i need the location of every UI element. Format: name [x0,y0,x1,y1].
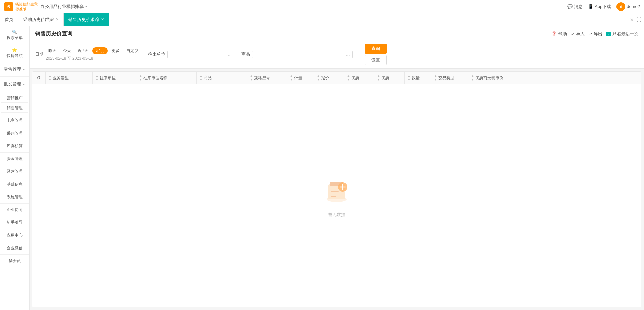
sort-notax-icon: ▲▼ [471,74,474,81]
sort-spec-icon: ▲▼ [250,74,253,81]
tab-bar: 首页 采购历史价跟踪 ✕ 销售历史价跟踪 ✕ ✕ ⛶ [0,13,644,26]
sidebar-item-enterprise-wechat[interactable]: 企业微信 [0,242,29,255]
tab-close-all-icon[interactable]: ✕ [630,17,634,22]
date-btn-1month[interactable]: 近1月 [92,47,108,54]
table-body-empty: 暂无数据 [32,84,641,307]
tab-maximize-icon[interactable]: ⛶ [637,17,641,22]
date-filter: 日期 昨天 今天 近7天 近1月 更多 自定义 2023-02-18 至 202… [35,47,141,61]
sidebar-item-purchase-mgmt[interactable]: 采购管理 [0,127,29,140]
empty-text: 暂无数据 [328,212,345,218]
page-actions: ❓ 帮助 ↙ 导入 ↗ 导出 ✓ 只看最后一次 [551,31,639,37]
user-menu[interactable]: d demo2 [616,2,640,11]
sort-discount2-icon: ▲▼ [377,74,380,81]
tab-close-purchase[interactable]: ✕ [56,17,59,22]
search-menu-icon: 🔍 [12,30,17,34]
sidebar-item-basic-info[interactable]: 基础信息 [0,178,29,191]
sidebar-item-quick-nav[interactable]: ⭐ 快捷导航 [0,44,29,62]
top-bar-left: 6 畅捷信好生意 标准版 办公用品行业模拟账套 ▾ [4,2,87,11]
avatar: d [616,2,625,11]
source-unit-input[interactable]: ... [167,51,234,58]
goods-input[interactable]: ... [252,51,353,58]
date-buttons: 昨天 今天 近7天 近1月 更多 自定义 [46,47,141,54]
source-unit-filter: 往来单位 ... [148,51,234,58]
goods-picker-icon[interactable]: ... [346,52,350,57]
source-unit-text-input[interactable] [170,52,227,57]
th-trade-type[interactable]: ▲▼ 交易类型 [431,72,468,84]
sidebar: 🔍 搜索菜单 ⭐ 快捷导航 零售管理 ▼ 批发管理 ▲ 营销推广 销售管理 电商… [0,26,30,310]
th-settings[interactable]: ⚙ [32,72,46,84]
content-area: 销售历史价查询 ❓ 帮助 ↙ 导入 ↗ 导出 ✓ 只看最后一次 [30,26,644,310]
th-quote[interactable]: ▲▼ 报价 [314,72,344,84]
date-btn-today[interactable]: 今天 [60,47,74,54]
date-btn-more[interactable]: 更多 [109,47,122,54]
date-btn-yesterday[interactable]: 昨天 [46,47,59,54]
sidebar-item-enterprise-collab[interactable]: 企业协同 [0,204,29,216]
tab-home[interactable]: 首页 [0,13,18,26]
th-unit-name[interactable]: ▲▼ 往来单位名称 [136,72,197,84]
sidebar-item-newbie-guide[interactable]: 新手引导 [0,216,29,229]
tab-sales-history[interactable]: 销售历史价跟踪 ✕ [64,13,109,26]
app-switcher[interactable]: 办公用品行业模拟账套 ▾ [40,4,87,10]
th-discount1[interactable]: ▲▼ 优惠... [344,72,374,84]
goods-text-input[interactable] [255,52,345,57]
dropdown-arrow-icon: ▾ [85,5,87,8]
query-button[interactable]: 查询 [365,44,387,54]
th-spec[interactable]: ▲▼ 规格型号 [247,72,287,84]
sort-trade-icon: ▲▼ [434,74,437,81]
import-icon: ↙ [571,31,575,36]
sidebar-item-wholesale-mgmt[interactable]: 批发管理 ▲ [0,77,29,91]
sidebar-item-marketing[interactable]: 营销推广 [1,93,28,103]
empty-illustration [320,174,354,208]
tab-close-sales[interactable]: ✕ [101,17,104,22]
help-button[interactable]: ❓ 帮助 [551,31,567,37]
sort-measure-icon: ▲▼ [290,74,293,81]
sidebar-item-search-menu[interactable]: 🔍 搜索菜单 [0,26,29,44]
sort-goods-icon: ▲▼ [199,74,203,81]
sidebar-item-retail-mgmt[interactable]: 零售管理 ▼ [0,62,29,77]
sort-unit-name-icon: ▲▼ [139,74,142,81]
sort-qty-icon: ▲▼ [407,74,411,81]
tab-purchase-history[interactable]: 采购历史价跟踪 ✕ [18,13,64,26]
th-date[interactable]: ▲▼ 业务发生... [46,72,93,84]
sidebar-item-finance-mgmt[interactable]: 资金管理 [0,153,29,165]
th-qty[interactable]: ▲▼ 数量 [405,72,431,84]
filter-bar: 日期 昨天 今天 近7天 近1月 更多 自定义 2023-02-18 至 202… [30,40,644,69]
message-button[interactable]: 💬 消息 [567,4,583,10]
sidebar-item-member[interactable]: 畅会员 [0,255,29,267]
only-last-checkbox[interactable]: ✓ 只看最后一次 [606,31,639,37]
sidebar-item-sys-mgmt[interactable]: 系统管理 [0,191,29,204]
sidebar-item-app-center[interactable]: 应用中心 [0,229,29,242]
goods-filter: 商品 ... [241,51,353,58]
th-unit-id[interactable]: ▲▼ 往来单位 [93,72,136,84]
setting-button[interactable]: 设置 [365,55,387,65]
quick-nav-icon: ⭐ [12,48,17,52]
logo-text: 畅捷信好生意 标准版 [15,2,38,11]
source-unit-picker-icon[interactable]: ... [228,52,231,57]
date-btn-7days[interactable]: 近7天 [75,47,91,54]
date-range-display: 2023-02-18 至 2023-03-18 [46,56,141,61]
sort-unit-id-icon: ▲▼ [95,74,99,81]
main-layout: 🔍 搜索菜单 ⭐ 快捷导航 零售管理 ▼ 批发管理 ▲ 营销推广 销售管理 电商… [0,26,644,310]
checkbox-icon: ✓ [606,32,611,36]
table-header: ⚙ ▲▼ 业务发生... ▲▼ 往来单位 ▲▼ 往来单位名称 ▲▼ 商品 [32,71,641,84]
export-button[interactable]: ↗ 导出 [589,31,602,37]
date-btn-custom[interactable]: 自定义 [124,47,141,54]
tab-actions: ✕ ⛶ [630,17,644,22]
export-icon: ↗ [589,31,592,36]
sidebar-item-inventory[interactable]: 库存核算 [0,140,29,153]
app-download-button[interactable]: 📱 App下载 [588,4,611,10]
logo-area: 6 畅捷信好生意 标准版 [4,2,38,11]
th-notax-price[interactable]: ▲▼ 优惠前无税单价 [468,72,641,84]
th-measure[interactable]: ▲▼ 计量... [287,72,314,84]
th-goods[interactable]: ▲▼ 商品 [197,72,247,84]
sidebar-item-ops-mgmt[interactable]: 经营管理 [0,165,29,178]
help-icon: ❓ [551,31,557,36]
th-discount2[interactable]: ▲▼ 优惠... [374,72,405,84]
settings-icon: ⚙ [37,75,41,80]
sidebar-item-ecom-mgmt[interactable]: 电商管理 [0,114,29,127]
wholesale-expand-icon: ▲ [22,82,26,86]
sidebar-item-sales-mgmt[interactable]: 销售管理 [1,103,28,113]
app-download-icon: 📱 [588,4,593,9]
import-button[interactable]: ↙ 导入 [571,31,585,37]
top-bar-right: 💬 消息 📱 App下载 d demo2 [567,2,640,11]
